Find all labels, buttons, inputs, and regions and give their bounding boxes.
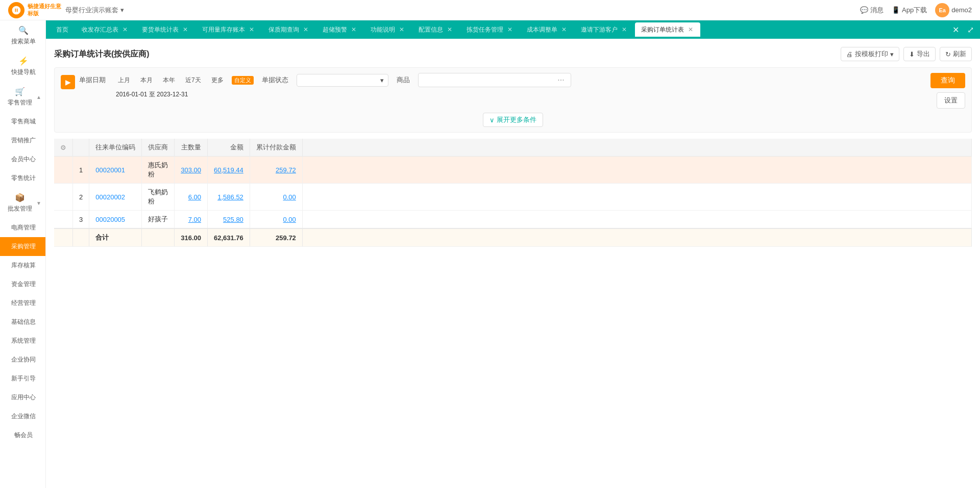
sidebar-item-system[interactable]: 系统管理 [0, 331, 45, 350]
tab-cost-adjust[interactable]: 成本调整单 ✕ [521, 22, 574, 37]
sidebar-item-retail[interactable]: 🛒 零售管理 ▲ [0, 82, 45, 112]
row-supplier: 飞鹤奶粉 [142, 184, 175, 211]
tab-available-inventory[interactable]: 可用量库存账本 ✕ [196, 22, 261, 37]
print-button[interactable]: 🖨 按模板打印 ▾ [841, 47, 899, 61]
tab-purchase-stats[interactable]: 采购订单统计表 ✕ [635, 22, 700, 37]
row-amount[interactable]: 525.80 [208, 211, 250, 229]
page-header: 采购订单统计表(按供应商) 🖨 按模板打印 ▾ ⬇ 导出 ↻ [54, 47, 972, 61]
table-footer-row: 合计 316.00 62,631.76 259.72 [54, 228, 972, 247]
expand-conditions-button[interactable]: ∨ 展开更多条件 [483, 113, 543, 127]
sidebar-item-appstore[interactable]: 应用中心 [0, 388, 45, 407]
tab-receive-summary[interactable]: 收发存汇总表 ✕ [76, 22, 135, 37]
chevron-down-icon: ▼ [36, 200, 41, 206]
layout: 🔍 搜索菜单 ⚡ 快捷导航 🛒 零售管理 ▲ 零售商城 营销推广 会员中心 零售… [0, 20, 980, 488]
tab-close-icon[interactable]: ✕ [687, 25, 694, 34]
tab-requisition[interactable]: 要货单统计表 ✕ [136, 22, 195, 37]
table-settings-icon[interactable]: ⚙ [60, 144, 66, 151]
date-btn-more[interactable]: 更多 [207, 75, 228, 86]
sidebar-item-marketing[interactable]: 营销推广 [0, 131, 45, 150]
row-amount[interactable]: 1,586.52 [208, 184, 250, 211]
sidebar-item-search[interactable]: 🔍 搜索菜单 [0, 20, 45, 51]
row-quantity[interactable]: 6.00 [175, 184, 208, 211]
tab-invite-downstream[interactable]: 邀请下游客户 ✕ [575, 22, 634, 37]
footer-empty [302, 228, 971, 247]
sidebar-item-member[interactable]: 会员中心 [0, 150, 45, 169]
shortcut-icon: ⚡ [18, 56, 29, 66]
app-download-label: App下载 [902, 6, 927, 15]
goods-input[interactable]: ··· [418, 73, 571, 87]
sidebar-item-vip[interactable]: 畅会员 [0, 426, 45, 445]
tab-pick-task[interactable]: 拣货任务管理 ✕ [460, 22, 520, 37]
sidebar-item-basic[interactable]: 基础信息 [0, 313, 45, 331]
export-button[interactable]: ⬇ 导出 [903, 47, 936, 61]
date-btn-last-month[interactable]: 上月 [114, 75, 134, 86]
row-index: 2 [73, 184, 89, 211]
tab-home-label: 首页 [56, 25, 68, 34]
tab-overstock-alert[interactable]: 超储预警 ✕ [316, 22, 363, 37]
status-select[interactable]: ▾ [297, 74, 388, 87]
date-filter-label: 单据日期 [79, 75, 106, 85]
tab-close-icon[interactable]: ✕ [560, 25, 568, 34]
tab-close-icon[interactable]: ✕ [398, 25, 405, 34]
row-supplier: 好孩子 [142, 211, 175, 229]
tab-label: 收发存汇总表 [82, 25, 118, 34]
row-paid-amount[interactable]: 0.00 [250, 211, 302, 229]
date-btn-7days[interactable]: 近7天 [181, 75, 205, 86]
tab-close-icon[interactable]: ✕ [506, 25, 513, 34]
logo-icon [8, 2, 24, 18]
row-amount[interactable]: 60,519.44 [208, 157, 250, 184]
row-unit-code[interactable]: 00020005 [89, 211, 142, 229]
page-inner: 采购订单统计表(按供应商) 🖨 按模板打印 ▾ ⬇ 导出 ↻ [46, 39, 980, 488]
message-icon: 💬 [860, 6, 868, 14]
tab-close-icon[interactable]: ✕ [248, 25, 255, 34]
sidebar-item-shortcut[interactable]: ⚡ 快捷导航 [0, 51, 45, 82]
tab-close-icon[interactable]: ✕ [121, 25, 129, 34]
filter-toggle-button[interactable]: ▶ [61, 75, 75, 89]
date-btn-this-month[interactable]: 本月 [136, 75, 157, 86]
app-download-button[interactable]: 📱 App下载 [892, 6, 927, 15]
tab-home[interactable]: 首页 [50, 22, 75, 37]
sidebar-item-retail-store[interactable]: 零售商城 [0, 112, 45, 131]
query-button[interactable]: 查询 [930, 73, 965, 88]
sidebar-item-ecommerce[interactable]: 电商管理 [0, 218, 45, 237]
th-settings[interactable]: ⚙ [54, 139, 73, 157]
sidebar-item-inventory[interactable]: 库存核算 [0, 256, 45, 275]
tab-close-icon[interactable]: ✕ [621, 25, 628, 34]
row-quantity[interactable]: 303.00 [175, 157, 208, 184]
sidebar-item-wechat[interactable]: 企业微信 [0, 407, 45, 426]
page-title: 采购订单统计表(按供应商) [54, 49, 150, 60]
row-unit-code[interactable]: 00020002 [89, 184, 142, 211]
user-profile[interactable]: Ea demo2 [935, 3, 972, 17]
tab-expiry-query[interactable]: 保质期查询 ✕ [262, 22, 315, 37]
settings-button[interactable]: 设置 [937, 92, 965, 109]
tab-config-info[interactable]: 配置信息 ✕ [412, 22, 459, 37]
sidebar-item-wholesale[interactable]: 📦 批发管理 ▼ [0, 188, 45, 218]
sidebar-item-operation[interactable]: 经营管理 [0, 294, 45, 313]
date-btn-this-year[interactable]: 本年 [159, 75, 179, 86]
export-label: 导出 [917, 49, 930, 59]
close-tab-button[interactable]: ✕ [950, 24, 961, 36]
tab-close-icon[interactable]: ✕ [182, 25, 189, 34]
workspace-selector[interactable]: 母婴行业演示账套 ▾ [65, 6, 124, 15]
tab-close-icon[interactable]: ✕ [446, 25, 453, 34]
sidebar-item-purchase[interactable]: 采购管理 [0, 237, 45, 256]
tab-close-icon[interactable]: ✕ [350, 25, 357, 34]
row-paid-amount[interactable]: 0.00 [250, 184, 302, 211]
goods-input-dots[interactable]: ··· [555, 75, 566, 85]
search-icon: 🔍 [18, 25, 29, 35]
tab-label: 功能说明 [371, 25, 395, 34]
refresh-button[interactable]: ↻ 刷新 [940, 47, 972, 61]
tab-function-desc[interactable]: 功能说明 ✕ [364, 22, 411, 37]
fullscreen-button[interactable]: ⤢ [965, 24, 976, 36]
sidebar-item-finance[interactable]: 资金管理 [0, 275, 45, 294]
row-paid-amount[interactable]: 259.72 [250, 157, 302, 184]
tab-close-icon[interactable]: ✕ [302, 25, 309, 34]
row-settings-cell [54, 157, 73, 184]
sidebar-item-guide[interactable]: 新手引导 [0, 369, 45, 388]
message-button[interactable]: 💬 消息 [860, 6, 884, 15]
row-quantity[interactable]: 7.00 [175, 211, 208, 229]
sidebar-item-retail-stats[interactable]: 零售统计 [0, 169, 45, 188]
tabs-right: ✕ ⤢ [950, 24, 976, 36]
sidebar-item-enterprise[interactable]: 企业协同 [0, 350, 45, 369]
row-unit-code[interactable]: 00020001 [89, 157, 142, 184]
